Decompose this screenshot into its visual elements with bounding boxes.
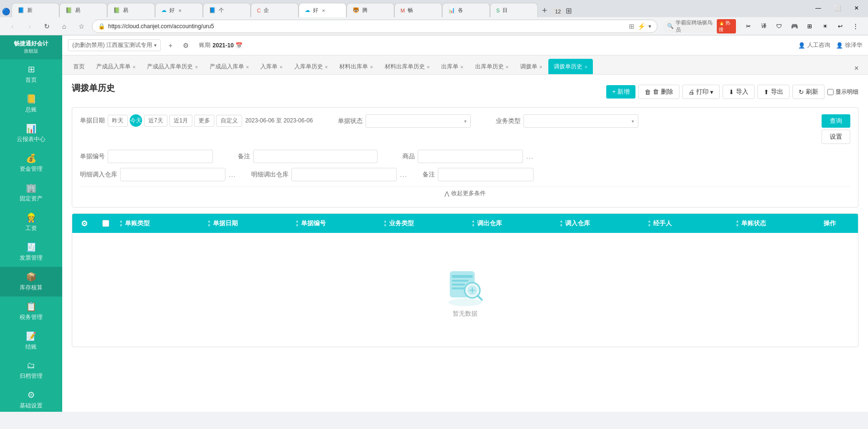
out-warehouse-more-icon[interactable]: …: [400, 170, 407, 179]
export-btn[interactable]: ⬆ 导出: [757, 85, 790, 99]
tab-manage-btn[interactable]: ⊞: [566, 6, 572, 15]
address-bar[interactable]: 🔒 https://cloud.chanjet.com/accounting/u…: [92, 20, 657, 33]
goods-input[interactable]: [418, 150, 523, 163]
display-detail-toggle[interactable]: 显示明细: [827, 88, 858, 96]
col-in-wh[interactable]: ▲ ▼ 调入仓库: [556, 219, 644, 228]
goods-more-icon[interactable]: …: [526, 152, 534, 161]
biz-type-select[interactable]: ▾: [523, 114, 638, 128]
sidebar-item-invoice[interactable]: 🧾 发票管理: [0, 237, 62, 267]
add-org-btn[interactable]: +: [165, 40, 176, 51]
query-btn[interactable]: 查询: [822, 114, 850, 128]
out-warehouse-input[interactable]: [291, 168, 397, 181]
page-tab-inbound[interactable]: 入库单 ×: [255, 59, 288, 74]
page-tab-material-out[interactable]: 材料出库单 ×: [334, 59, 378, 74]
doc-num-input[interactable]: [108, 150, 213, 163]
new-btn[interactable]: + 新增: [606, 85, 635, 99]
new-tab-btn[interactable]: +: [538, 4, 551, 17]
sidebar-item-tax[interactable]: 📋 税务管理: [0, 297, 62, 326]
customer-service-btn[interactable]: 👤 人工咨询: [798, 41, 830, 49]
date-btn-7days[interactable]: 近7天: [144, 115, 167, 127]
browser-tab-2[interactable]: 📗 易: [59, 3, 107, 17]
page-tab-material-out-hist[interactable]: 材料出库单历史 ×: [379, 59, 435, 74]
sidebar-item-assets[interactable]: 🏢 固定资产: [0, 178, 62, 208]
sidebar-item-inventory[interactable]: 📦 库存核算: [0, 267, 62, 297]
in-warehouse-input[interactable]: [120, 168, 225, 181]
nav-home-btn[interactable]: ⌂: [57, 20, 71, 33]
tab-close-4[interactable]: ×: [178, 7, 182, 14]
page-tab-transfer-close[interactable]: ×: [539, 64, 542, 70]
sidebar-item-close[interactable]: 📝 结账: [0, 326, 62, 356]
col-settings[interactable]: ⚙: [72, 219, 96, 228]
collapse-row[interactable]: ⋀ 收起更多条件: [80, 186, 850, 200]
win-maximize-btn[interactable]: ⬜: [828, 1, 847, 15]
in-warehouse-more-icon[interactable]: …: [228, 170, 236, 179]
page-tab-outbound-hist-close[interactable]: ×: [506, 64, 509, 70]
browser-tab-7[interactable]: ☁ 好 ×: [299, 3, 346, 17]
sidebar-item-payroll[interactable]: 👷 工资: [0, 208, 62, 237]
org-selector[interactable]: (勿删勿禁用) 江西服宝测试专用 ▾: [68, 39, 161, 51]
nav-refresh-btn[interactable]: ↻: [40, 20, 54, 33]
status-select[interactable]: ▾: [366, 114, 471, 128]
col-biz[interactable]: ▲ ▼ 业务类型: [379, 219, 467, 228]
translate-ext[interactable]: 译: [757, 20, 770, 33]
browser-tab-1[interactable]: 📘 新: [11, 3, 59, 17]
page-tab-inbound-hist[interactable]: 入库单历史 ×: [289, 59, 333, 74]
scissors-ext[interactable]: ✂: [742, 20, 755, 33]
win-close-btn[interactable]: ✕: [847, 1, 866, 15]
sidebar-item-settings[interactable]: ⚙ 基础设置: [0, 385, 62, 412]
address-dropdown-icon[interactable]: ▾: [648, 23, 651, 30]
undo-ext[interactable]: ↩: [834, 20, 847, 33]
sidebar-item-home[interactable]: ⊞ 首页: [0, 59, 62, 89]
page-tab-stock-in-hist-close[interactable]: ×: [195, 64, 198, 70]
win-minimize-btn[interactable]: —: [809, 1, 828, 15]
date-btn-yesterday[interactable]: 昨天: [108, 115, 128, 127]
browser-tab-11[interactable]: S 目: [490, 3, 538, 17]
note-input[interactable]: [438, 168, 534, 181]
date-btn-custom[interactable]: 自定义: [216, 115, 242, 127]
page-tab-stock-in-hist[interactable]: 产成品入库单历史 ×: [142, 59, 203, 74]
page-tab-transfer-hist-close[interactable]: ×: [584, 64, 587, 70]
nav-star-btn[interactable]: ☆: [75, 20, 88, 33]
user-profile-btn[interactable]: 👤 徐泽华: [836, 41, 862, 49]
print-btn[interactable]: 🖨 打印 ▾: [682, 85, 720, 99]
remarks-input[interactable]: [253, 150, 378, 163]
close-all-tabs-btn[interactable]: ×: [851, 63, 862, 74]
page-tab-stock-in[interactable]: 产成品入库单 ×: [91, 59, 141, 74]
sun-ext[interactable]: ☀: [818, 20, 832, 33]
period-selector[interactable]: 账期 2021-10 📅: [199, 41, 243, 49]
browser-tab-5[interactable]: 📘 个: [203, 3, 251, 17]
more-ext[interactable]: ⋮: [849, 20, 862, 33]
date-btn-today[interactable]: 今天: [130, 114, 142, 127]
browser-tab-8[interactable]: 🐯 腾: [346, 3, 394, 17]
org-settings-btn[interactable]: ⚙: [180, 40, 191, 51]
search-bar-ext[interactable]: 🔍 学霸应聘场驱鸟员 🔥 热搜: [663, 20, 740, 33]
tab-close-7[interactable]: ×: [321, 7, 326, 14]
refresh-btn[interactable]: ↻ 刷新: [792, 85, 824, 99]
page-tab-stock-in2-close[interactable]: ×: [246, 64, 249, 70]
page-tab-transfer-hist[interactable]: 调拨单历史 ×: [548, 59, 592, 74]
sidebar-logo[interactable]: 畅捷通好会计 旗舰版: [0, 35, 62, 59]
col-out-wh[interactable]: ▲ ▼ 调出仓库: [467, 219, 556, 228]
page-tab-outbound-hist[interactable]: 出库单历史 ×: [470, 59, 514, 74]
col-date[interactable]: ▲ ▼ 单据日期: [203, 219, 291, 228]
grid-ext[interactable]: ⊞: [803, 20, 816, 33]
page-tab-transfer[interactable]: 调拨单 ×: [515, 59, 547, 74]
page-tab-stock-in2[interactable]: 产成品入库单 ×: [204, 59, 254, 74]
page-tab-home[interactable]: 首页: [68, 59, 90, 74]
browser-tab-4[interactable]: ☁ 好 ×: [155, 3, 203, 17]
sidebar-item-reports[interactable]: 📊 云报表中心: [0, 119, 62, 148]
date-btn-1month[interactable]: 近1月: [169, 115, 193, 127]
col-status[interactable]: ▲ ▼ 单账状态: [732, 219, 820, 228]
sidebar-item-archive[interactable]: 🗂 归档管理: [0, 356, 62, 385]
shield-ext[interactable]: 🛡: [772, 20, 786, 33]
browser-tab-6[interactable]: C 企: [251, 3, 299, 17]
browser-tab-10[interactable]: 📊 各: [442, 3, 490, 17]
header-checkbox[interactable]: [102, 220, 109, 227]
nav-forward-btn[interactable]: ›: [23, 20, 36, 33]
page-tab-outbound-close[interactable]: ×: [460, 64, 463, 70]
delete-btn[interactable]: 🗑 🗑 删除: [638, 85, 679, 99]
browser-tab-9[interactable]: M 畅: [394, 3, 442, 17]
page-tab-inbound-hist-close[interactable]: ×: [325, 64, 328, 70]
import-btn[interactable]: ⬇ 导入: [723, 85, 755, 99]
browser-tab-3[interactable]: 📗 易: [107, 3, 155, 17]
